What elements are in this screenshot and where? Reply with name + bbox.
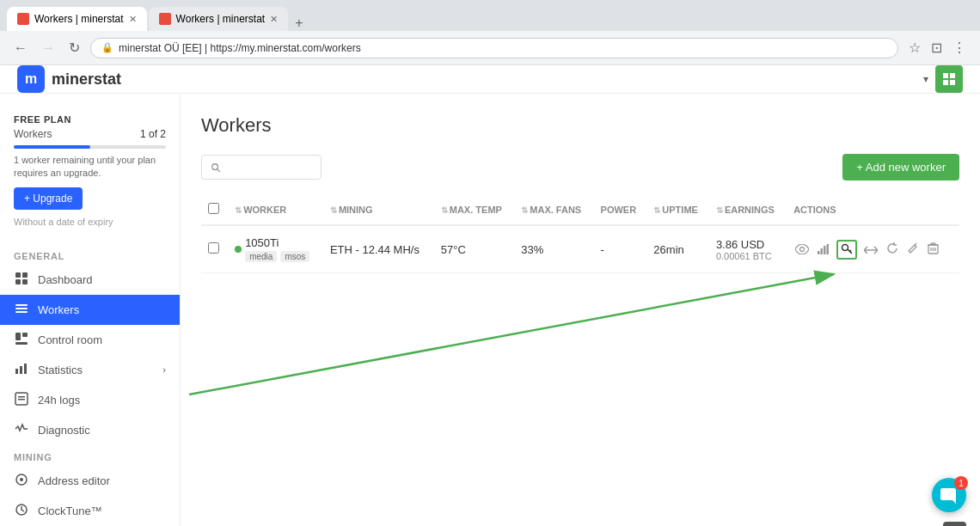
key-action[interactable] xyxy=(836,240,857,260)
annotation-arrow-svg xyxy=(181,266,980,403)
worker-tags: media msos xyxy=(245,251,309,262)
new-tab-button[interactable]: + xyxy=(290,15,308,31)
svg-rect-6 xyxy=(15,279,21,284)
col-max-temp: ⇅MAX. TEMP xyxy=(434,194,515,225)
chat-icon xyxy=(940,486,958,504)
header-right: ▾ xyxy=(923,65,963,93)
workers-table: ⇅WORKER ⇅MINING ⇅MAX. TEMP ⇅MAX. FANS PO… xyxy=(201,194,959,273)
app-body: FREE PLAN Workers 1 of 2 1 worker remain… xyxy=(0,94,980,526)
sidebar-item-logs[interactable]: 24h logs xyxy=(0,385,180,415)
fans-value: 33% xyxy=(521,243,543,256)
svg-point-30 xyxy=(842,244,848,250)
back-button[interactable]: ← xyxy=(10,37,31,59)
tab-close-1[interactable]: ✕ xyxy=(129,14,137,25)
sidebar-mining-section: MINING xyxy=(0,445,180,466)
search-input[interactable] xyxy=(226,161,312,174)
control-room-icon xyxy=(14,332,29,348)
address-editor-icon xyxy=(14,473,29,489)
sidebar-item-clocktune[interactable]: ClockTune™ xyxy=(0,496,180,526)
clocktune-icon xyxy=(14,503,29,519)
search-icon xyxy=(211,162,221,174)
svg-rect-11 xyxy=(15,333,21,340)
header-grid-button[interactable] xyxy=(935,65,963,93)
tab-close-2[interactable]: ✕ xyxy=(270,14,278,25)
fans-sort-icon[interactable]: ⇅ xyxy=(521,205,528,215)
select-all-checkbox[interactable] xyxy=(208,203,219,214)
expiry-note: Without a date of expiry xyxy=(14,217,166,227)
svg-point-23 xyxy=(212,163,218,169)
main-content: Workers + Add new worker ⇅WO xyxy=(181,94,980,526)
fans-cell: 33% xyxy=(514,225,593,273)
sidebar-item-control-room[interactable]: Control room xyxy=(0,325,180,355)
temp-value: 57°C xyxy=(441,243,466,256)
upgrade-button[interactable]: + Upgrade xyxy=(14,187,83,210)
svg-rect-13 xyxy=(15,342,28,345)
col-mining: ⇅MINING xyxy=(323,194,434,225)
svg-line-34 xyxy=(915,243,916,245)
worker-sort-icon[interactable]: ⇅ xyxy=(235,205,242,215)
sidebar-item-logs-label: 24h logs xyxy=(38,394,80,407)
mining-cell: ETH - 12.44 MH/s xyxy=(323,225,434,273)
add-worker-button[interactable]: + Add new worker xyxy=(842,154,959,180)
edit-action[interactable] xyxy=(905,241,921,259)
plan-workers-count: 1 of 2 xyxy=(140,128,166,140)
sidebar-item-workers[interactable]: Workers xyxy=(0,295,180,325)
online-status-dot xyxy=(235,246,242,253)
svg-rect-19 xyxy=(18,399,25,401)
svg-rect-27 xyxy=(821,248,824,254)
svg-rect-0 xyxy=(943,73,948,78)
header-dropdown[interactable]: ▾ xyxy=(923,73,928,85)
col-power: POWER xyxy=(594,194,647,225)
svg-rect-8 xyxy=(15,304,28,306)
tab-label-2: Workers | minerstat xyxy=(176,13,266,25)
earnings-sort-icon[interactable]: ⇅ xyxy=(716,205,723,215)
browser-tab-1[interactable]: Workers | minerstat ✕ xyxy=(7,7,147,31)
plan-progress-bar-bg xyxy=(14,145,166,149)
address-bar[interactable]: 🔒 minerstat OÜ [EE] | https://my.minerst… xyxy=(90,38,898,58)
earnings-usd: 3.86 USD xyxy=(716,238,780,251)
search-box[interactable] xyxy=(201,155,322,180)
signal-action[interactable] xyxy=(816,241,831,259)
earnings-cell: 3.86 USD 0.00061 BTC xyxy=(709,225,787,273)
sidebar-item-dashboard[interactable]: Dashboard xyxy=(0,265,180,295)
earnings-btc: 0.00061 BTC xyxy=(716,251,780,261)
browser-tab-2[interactable]: Workers | minerstat ✕ xyxy=(149,7,289,31)
logo-letter: m xyxy=(25,71,37,87)
worker-name: 1050Ti xyxy=(245,236,309,249)
row-checkbox[interactable] xyxy=(208,242,219,254)
mining-sort-icon[interactable]: ⇅ xyxy=(330,205,337,215)
refresh-action[interactable] xyxy=(885,241,900,259)
statistics-arrow: › xyxy=(162,364,166,375)
app-header: m minerstat ▾ xyxy=(0,65,980,94)
svg-rect-26 xyxy=(818,251,820,254)
svg-rect-2 xyxy=(943,80,948,85)
svg-point-21 xyxy=(20,478,23,481)
sidebar-item-address-editor[interactable]: Address editor xyxy=(0,466,180,496)
uptime-sort-icon[interactable]: ⇅ xyxy=(653,205,660,215)
view-action[interactable] xyxy=(793,241,811,259)
col-checkbox xyxy=(201,194,228,225)
bookmark-button[interactable]: ☆ xyxy=(905,36,924,59)
menu-button[interactable]: ⋮ xyxy=(949,36,970,59)
statistics-icon xyxy=(14,362,29,378)
worker-tag-msos: msos xyxy=(280,251,309,262)
svg-line-24 xyxy=(217,168,220,171)
reload-button[interactable]: ↻ xyxy=(65,36,83,59)
svg-rect-28 xyxy=(824,246,826,254)
svg-rect-12 xyxy=(22,333,28,337)
page-title: Workers xyxy=(201,114,959,137)
svg-rect-7 xyxy=(22,279,28,284)
sidebar-item-diagnostic[interactable]: Diagnostic xyxy=(0,415,180,445)
svg-rect-5 xyxy=(22,272,28,278)
sidebar-item-statistics[interactable]: Statistics › xyxy=(0,355,180,385)
delete-action[interactable] xyxy=(926,241,940,259)
chat-badge: 1 xyxy=(954,476,968,490)
forward-button[interactable]: → xyxy=(38,37,58,59)
arrows-action[interactable] xyxy=(862,241,879,259)
svg-line-42 xyxy=(189,274,834,394)
temp-sort-icon[interactable]: ⇅ xyxy=(441,205,448,215)
sidebar-item-dashboard-label: Dashboard xyxy=(38,273,93,286)
logo-box: m minerstat xyxy=(17,65,121,93)
chat-bubble[interactable]: 1 xyxy=(932,478,966,512)
extensions-button[interactable]: ⊡ xyxy=(928,36,946,59)
